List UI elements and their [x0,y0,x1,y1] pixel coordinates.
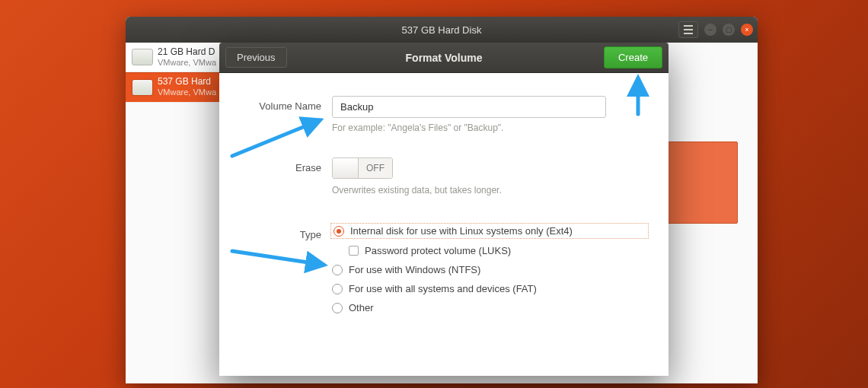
create-button[interactable]: Create [604,46,662,68]
titlebar-controls: – ▢ × [678,21,753,38]
checkbox-icon [349,246,359,256]
disk-title: 21 GB Hard D [158,47,216,58]
previous-button[interactable]: Previous [225,47,287,68]
type-option-label: For use with Windows (NTFS) [349,264,480,275]
type-option-ntfs[interactable]: For use with Windows (NTFS) [332,264,647,275]
format-volume-dialog: Previous Format Volume Create Volume Nam… [219,43,669,376]
erase-label: Erase [241,157,332,173]
type-option-ext4[interactable]: Internal disk for use with Linux systems… [332,224,647,237]
radio-icon [332,265,343,275]
toggle-state: OFF [359,158,392,178]
toggle-knob [333,158,359,178]
disk-subtitle: VMware, VMwa [158,58,216,68]
menu-button[interactable] [678,21,698,38]
type-option-label: Password protect volume (LUKS) [365,245,511,256]
hdd-icon [132,79,153,96]
close-button[interactable]: × [741,24,753,36]
disk-subtitle: VMware, VMwa [158,87,216,97]
type-option-luks[interactable]: Password protect volume (LUKS) [349,245,647,256]
radio-icon [332,303,343,313]
minimize-button[interactable]: – [704,24,716,36]
window-title: 537 GB Hard Disk [402,24,482,36]
erase-helper: Overwrites existing data, but takes long… [332,185,647,196]
type-option-fat[interactable]: For use with all systems and devices (FA… [332,283,647,294]
type-option-other[interactable]: Other [332,302,647,313]
volume-name-label: Volume Name [241,96,332,112]
titlebar: 537 GB Hard Disk – ▢ × [126,17,758,43]
erase-toggle[interactable]: OFF [332,157,393,179]
type-option-label: Other [349,302,374,313]
radio-icon [333,226,344,237]
hdd-icon [132,49,153,65]
dialog-body: Volume Name For example: "Angela's Files… [219,73,669,335]
volume-name-helper: For example: "Angela's Files" or "Backup… [332,122,647,133]
disk-title: 537 GB Hard [158,77,216,87]
radio-icon [332,284,343,294]
dialog-title: Format Volume [406,52,483,64]
volume-name-input[interactable] [332,96,606,118]
type-option-label: Internal disk for use with Linux systems… [350,225,573,237]
type-label: Type [241,224,332,240]
maximize-button[interactable]: ▢ [723,24,735,36]
dialog-header: Previous Format Volume Create [219,43,669,73]
type-option-label: For use with all systems and devices (FA… [349,283,537,294]
type-radio-group: Internal disk for use with Linux systems… [332,224,647,313]
